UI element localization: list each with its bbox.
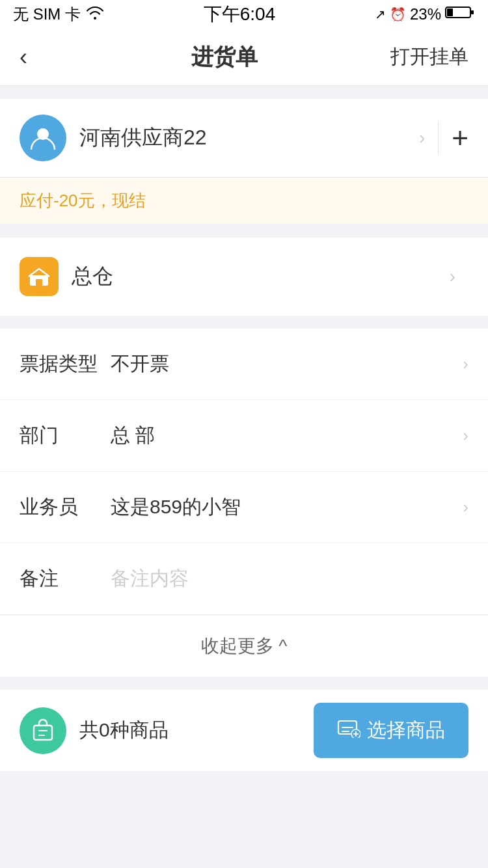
invoice-type-row[interactable]: 票据类型 不开票 › [0, 329, 488, 400]
salesperson-label: 业务员 [20, 494, 111, 521]
svg-rect-6 [34, 726, 52, 740]
supplier-chevron-icon: › [419, 128, 425, 148]
department-chevron-icon: › [463, 426, 468, 446]
supplier-card: 河南供应商22 › + 应付-20元，现结 [0, 99, 488, 224]
wifi-icon [86, 5, 104, 23]
supplier-row[interactable]: 河南供应商22 › + [0, 99, 488, 178]
back-button[interactable]: ‹ [20, 44, 59, 71]
carrier-text: 无 SIM 卡 [13, 4, 81, 25]
alarm-icon: ⏰ [390, 7, 406, 22]
warehouse-icon-wrap [20, 257, 59, 296]
status-bar: 无 SIM 卡 下午6:04 ↗ ⏰ 23% [0, 0, 488, 29]
section-gap-3 [0, 316, 488, 329]
select-product-icon [337, 718, 360, 742]
battery-icon [445, 5, 475, 24]
invoice-type-value: 不开票 [111, 351, 456, 377]
salesperson-row[interactable]: 业务员 这是859的小智 › [0, 472, 488, 543]
department-value: 总 部 [111, 422, 456, 449]
collapse-label: 收起更多 ^ [201, 634, 288, 658]
remark-value[interactable]: 备注内容 [111, 565, 468, 592]
nav-bar: ‹ 进货单 打开挂单 [0, 29, 488, 86]
remark-row[interactable]: 备注 备注内容 [0, 543, 488, 615]
product-count: 共0种商品 [79, 717, 314, 744]
salesperson-value: 这是859的小智 [111, 494, 456, 521]
add-supplier-button[interactable]: + [452, 124, 468, 152]
department-row[interactable]: 部门 总 部 › [0, 400, 488, 472]
select-product-label: 选择商品 [367, 717, 445, 744]
remark-label: 备注 [20, 565, 111, 592]
section-gap-2 [0, 224, 488, 237]
svg-rect-5 [36, 279, 42, 286]
location-icon: ↗ [375, 7, 386, 22]
invoice-type-chevron-icon: › [463, 354, 468, 374]
notice-text: 应付-20元，现结 [20, 191, 146, 210]
select-product-button[interactable]: 选择商品 [314, 703, 468, 758]
bottom-bar: 共0种商品 选择商品 [0, 690, 488, 771]
supplier-name: 河南供应商22 [79, 124, 419, 152]
section-gap-4 [0, 677, 488, 690]
product-icon-wrap [20, 707, 66, 754]
supplier-avatar [20, 115, 66, 161]
warehouse-name: 总仓 [72, 262, 450, 291]
warehouse-chevron-icon: › [450, 266, 455, 287]
department-label: 部门 [20, 422, 111, 449]
section-gap-1 [0, 86, 488, 99]
open-pending-button[interactable]: 打开挂单 [390, 44, 468, 70]
battery-text: 23% [410, 5, 441, 23]
status-left: 无 SIM 卡 [13, 4, 104, 25]
salesperson-chevron-icon: › [463, 497, 468, 517]
status-time: 下午6:04 [204, 2, 276, 27]
collapse-bar[interactable]: 收起更多 ^ [0, 615, 488, 677]
notice-bar: 应付-20元，现结 [0, 178, 488, 224]
page-body [0, 771, 488, 868]
warehouse-row[interactable]: 总仓 › [0, 237, 488, 316]
divider [438, 122, 439, 154]
page-title: 进货单 [191, 42, 258, 72]
invoice-type-label: 票据类型 [20, 351, 111, 377]
form-card: 票据类型 不开票 › 部门 总 部 › 业务员 这是859的小智 › 备注 备注… [0, 329, 488, 677]
warehouse-card: 总仓 › [0, 237, 488, 316]
svg-rect-2 [447, 8, 453, 16]
svg-rect-1 [471, 10, 474, 14]
status-right: ↗ ⏰ 23% [375, 5, 475, 24]
